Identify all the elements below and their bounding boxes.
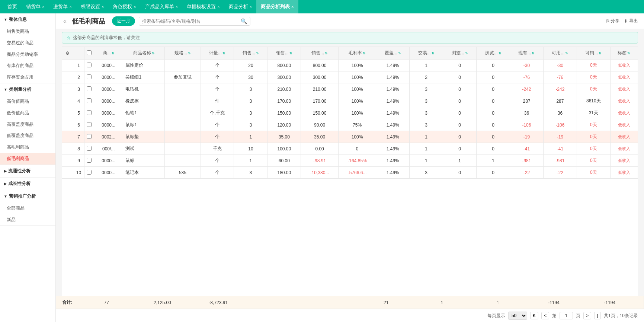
- search-input[interactable]: [142, 19, 241, 24]
- col-browse1[interactable]: 浏览...⇅: [443, 47, 477, 60]
- page-first-button[interactable]: K: [530, 312, 538, 319]
- cell-checkbox[interactable]: [84, 71, 94, 83]
- sidebar-item-low-margin[interactable]: 低毛利商品: [0, 153, 55, 165]
- sidebar-group-overall-title[interactable]: ▼ 整体信息: [0, 13, 55, 26]
- row-checkbox[interactable]: [87, 110, 92, 115]
- nav-purchase-close[interactable]: ×: [69, 4, 71, 9]
- cell-checkbox[interactable]: [84, 131, 94, 143]
- cell-coverage: 1.49%: [376, 107, 410, 119]
- col-available[interactable]: 可用...⇅: [543, 47, 577, 60]
- col-name[interactable]: 商品名称⇅: [123, 47, 165, 60]
- sidebar-item-low-coverage[interactable]: 低覆盖度商品: [0, 130, 55, 141]
- col-current-stock[interactable]: 现有...⇅: [510, 47, 544, 60]
- sidebar-item-category-rate[interactable]: 商品分类助销率: [0, 49, 55, 60]
- nav-analysis-list[interactable]: 商品分析列表 ×: [256, 0, 298, 13]
- export-button[interactable]: ⬇ 导出: [624, 18, 638, 24]
- col-spec[interactable]: 规格...⇅: [165, 47, 201, 60]
- cell-checkbox[interactable]: [84, 155, 94, 167]
- col-sale-qty[interactable]: 销售...⇅: [234, 47, 267, 60]
- sidebar-group-growth-title[interactable]: ▶ 成长性分析: [0, 178, 55, 190]
- sidebar-item-stock-products[interactable]: 有库存的商品: [0, 60, 55, 71]
- nav-products-close[interactable]: ×: [176, 4, 178, 9]
- col-coverage[interactable]: 覆盖...⇅: [376, 47, 410, 60]
- nav-sales[interactable]: 销货单 ×: [22, 0, 49, 13]
- nav-analysis[interactable]: 商品分析 ×: [224, 0, 256, 13]
- col-sale-price[interactable]: 销售...⇅: [267, 47, 301, 60]
- cell-browse1[interactable]: 0: [443, 131, 477, 143]
- sidebar-group-category-title[interactable]: ▼ 类别量分析: [0, 83, 55, 96]
- nav-sales-close[interactable]: ×: [42, 4, 44, 9]
- sidebar-item-low-value[interactable]: 低价值商品: [0, 107, 55, 119]
- col-settings[interactable]: ⚙: [62, 47, 73, 60]
- cell-browse1[interactable]: 1: [443, 155, 477, 167]
- row-checkbox[interactable]: [87, 86, 92, 91]
- col-tag[interactable]: 标签⇅: [610, 47, 638, 60]
- cell-transaction: 1: [410, 143, 443, 155]
- row-checkbox[interactable]: [87, 158, 92, 163]
- cell-coverage: 1.49%: [376, 83, 410, 95]
- cell-browse1[interactable]: 0: [443, 143, 477, 155]
- cell-browse1[interactable]: 0: [443, 95, 477, 107]
- select-all-checkbox[interactable]: [87, 50, 92, 55]
- nav-templates[interactable]: 单据模板设置 ×: [182, 0, 224, 13]
- cell-browse1[interactable]: 0: [443, 119, 477, 131]
- sidebar-collapse-button[interactable]: «: [62, 18, 68, 25]
- cell-checkbox[interactable]: [84, 167, 94, 179]
- sidebar-item-stock-fund[interactable]: 库存资金占用: [0, 71, 55, 83]
- sidebar-group-marketing-title[interactable]: ▼ 营销推广分析: [0, 190, 55, 203]
- col-checkbox[interactable]: [84, 47, 94, 60]
- cell-browse1[interactable]: 0: [443, 107, 477, 119]
- nav-products[interactable]: 产成品入库单 ×: [141, 0, 182, 13]
- nav-analysis-close[interactable]: ×: [250, 4, 252, 9]
- nav-permissions-close[interactable]: ×: [102, 4, 104, 9]
- cell-checkbox[interactable]: [84, 83, 94, 95]
- nav-analysis-list-close[interactable]: ×: [291, 4, 294, 9]
- time-tab-recent-month[interactable]: 近一月: [112, 16, 135, 26]
- row-checkbox[interactable]: [87, 74, 92, 79]
- row-checkbox[interactable]: [87, 134, 92, 139]
- share-button[interactable]: ⎘ 分享: [606, 18, 619, 24]
- cell-browse1[interactable]: 0: [443, 60, 477, 71]
- sidebar-item-sales-products[interactable]: 销售类商品: [0, 26, 55, 37]
- sidebar-item-new-products[interactable]: 新品: [0, 214, 55, 226]
- nav-home[interactable]: 首页: [3, 0, 22, 13]
- sidebar-group-flow-title[interactable]: ▶ 流通性分析: [0, 165, 55, 177]
- col-transaction[interactable]: 交易...⇅: [410, 47, 443, 60]
- nav-roles-close[interactable]: ×: [134, 4, 136, 9]
- page-last-button[interactable]: ): [594, 312, 601, 319]
- col-gross-margin[interactable]: 毛利率⇅: [338, 47, 376, 60]
- col-sale-amount[interactable]: 销售...⇅: [301, 47, 338, 60]
- page-prev-button[interactable]: <: [541, 312, 549, 319]
- sidebar-item-traded-products[interactable]: 交易过的商品: [0, 37, 55, 49]
- page-size-select[interactable]: 50 100: [508, 312, 527, 320]
- cell-checkbox[interactable]: [84, 60, 94, 71]
- row-checkbox[interactable]: [87, 98, 92, 103]
- col-unit[interactable]: 计量...⇅: [201, 47, 234, 60]
- chevron-down-icon: ▼: [4, 17, 7, 22]
- sidebar-item-high-coverage[interactable]: 高覆盖度商品: [0, 119, 55, 130]
- cell-checkbox[interactable]: [84, 119, 94, 131]
- row-checkbox[interactable]: [87, 122, 92, 127]
- row-checkbox[interactable]: [87, 170, 92, 175]
- col-sellable[interactable]: 可销...⇅: [577, 47, 610, 60]
- nav-templates-close[interactable]: ×: [217, 4, 220, 9]
- nav-purchase[interactable]: 进货单 ×: [49, 0, 76, 13]
- cell-checkbox[interactable]: [84, 143, 94, 155]
- row-checkbox[interactable]: [87, 63, 92, 67]
- sidebar-item-high-margin[interactable]: 高毛利商品: [0, 141, 55, 153]
- cell-browse1[interactable]: 0: [443, 167, 477, 179]
- col-browse2[interactable]: 浏览...⇅: [477, 47, 510, 60]
- row-checkbox[interactable]: [87, 146, 92, 151]
- sidebar-item-high-value[interactable]: 高价值商品: [0, 96, 55, 107]
- page-number-input[interactable]: [560, 312, 573, 319]
- nav-permissions[interactable]: 权限设置 ×: [76, 0, 108, 13]
- cell-browse1[interactable]: 0: [443, 83, 477, 95]
- page-next-button[interactable]: >: [583, 312, 591, 319]
- cell-checkbox[interactable]: [84, 95, 94, 107]
- cell-browse1[interactable]: 0: [443, 71, 477, 83]
- search-icon[interactable]: 🔍: [241, 18, 247, 24]
- cell-checkbox[interactable]: [84, 107, 94, 119]
- nav-roles[interactable]: 角色授权 ×: [108, 0, 140, 13]
- sidebar-item-all-products[interactable]: 全部商品: [0, 203, 55, 214]
- col-code[interactable]: 商...⇅: [94, 47, 123, 60]
